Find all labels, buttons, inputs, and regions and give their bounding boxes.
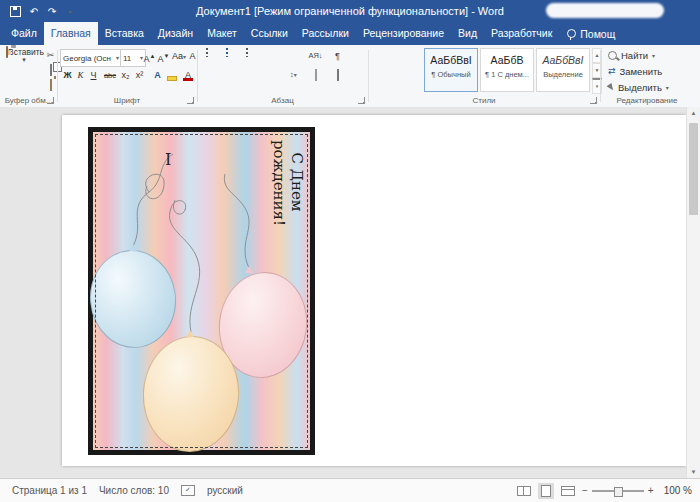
censored-region [546, 3, 664, 18]
shading-button[interactable] [307, 67, 324, 83]
language-indicator[interactable]: русский [207, 485, 243, 496]
select-label: Выделить [618, 82, 662, 93]
tab-view[interactable]: Вид [451, 22, 484, 45]
numbering-button[interactable] [221, 48, 238, 64]
style-normal[interactable]: АаБбВвI ¶ Обычный [424, 48, 478, 92]
chevron-down-icon: ▾ [183, 54, 186, 60]
multilevel-list-button[interactable] [241, 48, 258, 64]
blue-balloon-knot [129, 244, 137, 251]
zoom-slider[interactable] [592, 490, 644, 492]
font-name-value: Georgia (Осн [63, 51, 111, 66]
strikethrough-button[interactable]: abc [102, 68, 118, 83]
highlight-icon [167, 76, 177, 81]
dialog-launcher-icon[interactable] [187, 97, 194, 104]
font-color-button[interactable]: А [181, 68, 195, 83]
card-greeting-text: С Днем рождения! [270, 140, 306, 224]
down-arrow-icon: ↓ [319, 51, 323, 60]
bold-button[interactable]: Ж [61, 68, 74, 83]
page-indicator[interactable]: Страница 1 из 1 [12, 485, 87, 496]
scrollbar-thumb[interactable] [689, 123, 698, 215]
zoom-slider-thumb[interactable] [614, 487, 623, 497]
find-button[interactable]: Найти ▾ [608, 48, 655, 62]
replace-button[interactable]: ⇄ Заменить [608, 64, 662, 78]
birthday-card-image[interactable]: С Днем рождения! I [88, 127, 315, 455]
tab-file[interactable]: Файл [4, 22, 44, 45]
print-layout-button[interactable] [538, 483, 554, 499]
cut-button[interactable]: ✂ [44, 49, 57, 62]
sort-button[interactable]: АЯ↓ [307, 48, 324, 64]
tell-me-help[interactable]: Помощ [559, 22, 623, 45]
zoom-out-button[interactable]: − [582, 485, 588, 496]
tab-design[interactable]: Дизайн [151, 22, 200, 45]
tab-mailings[interactable]: Рассылки [295, 22, 356, 45]
vertical-scrollbar[interactable]: ▲ ▼ [686, 107, 700, 479]
text-cursor: I [165, 150, 171, 169]
tab-review[interactable]: Рецензирование [356, 22, 451, 45]
read-mode-button[interactable] [516, 483, 532, 499]
up-icon: ▲ [150, 53, 156, 59]
web-layout-button[interactable] [560, 483, 576, 499]
replace-label: Заменить [620, 66, 663, 77]
borders-icon [337, 69, 339, 81]
format-painter-button[interactable] [44, 79, 57, 92]
style-name: ¶ 1 С днем... [481, 70, 533, 79]
change-case-button[interactable]: Аа▾ [171, 49, 187, 64]
align-center-button[interactable] [221, 67, 238, 83]
zoom-percentage[interactable]: 100 % [664, 485, 692, 496]
dialog-launcher-icon[interactable] [590, 97, 597, 104]
style-emphasis[interactable]: АаБбВвI Выделение [536, 48, 590, 92]
zoom-in-button[interactable]: + [648, 485, 654, 496]
style-preview: АаБбВвI [425, 54, 477, 66]
paragraph-group-label: Абзац [197, 96, 368, 105]
line-spacing-button[interactable]: ↕▾ [285, 67, 302, 83]
superscript-button[interactable]: x² [133, 68, 146, 83]
borders-button[interactable] [329, 67, 346, 83]
paste-button[interactable]: Вставить ▾ [6, 47, 42, 95]
dialog-launcher-icon[interactable] [47, 97, 54, 104]
tab-references[interactable]: Ссылки [244, 22, 295, 45]
sort-icon: АЯ [308, 51, 318, 60]
chevron-down-icon: ▾ [652, 52, 655, 59]
change-case-icon: Аа [172, 51, 183, 61]
down-icon: ▼ [164, 53, 170, 59]
style-preview: АаБбВ [481, 54, 533, 66]
style-heading[interactable]: АаБбВ ¶ 1 С днем... [480, 48, 534, 92]
underline-button[interactable]: Ч [87, 68, 100, 83]
document-page[interactable]: С Днем рождения! I [62, 115, 686, 466]
editing-group: Найти ▾ ⇄ Заменить Выделить ▾ Редактиров… [600, 45, 694, 107]
titlebar: ↶ ↷ ▾ Документ1 [Режим ограниченной функ… [0, 0, 700, 22]
tab-developer[interactable]: Разработчик [484, 22, 559, 45]
subscript-button[interactable]: x₂ [119, 68, 132, 83]
align-left-button[interactable] [201, 67, 218, 83]
highlight-color-button[interactable] [165, 68, 179, 83]
status-bar: Страница 1 из 1 Число слов: 10 ✓ русский… [0, 478, 700, 502]
styles-group-label: Стили [368, 96, 600, 105]
align-right-button[interactable] [241, 67, 258, 83]
font-name-combobox[interactable]: Georgia (Осн ▾ [60, 49, 122, 67]
word-count[interactable]: Число слов: 10 [99, 485, 169, 496]
dialog-launcher-icon[interactable] [358, 97, 365, 104]
show-paragraph-marks-button[interactable]: ¶ [329, 48, 346, 64]
magnifier-icon [608, 51, 617, 60]
justify-button[interactable] [261, 67, 278, 83]
tab-insert[interactable]: Вставка [98, 22, 151, 45]
increase-indent-button[interactable] [285, 48, 302, 64]
scroll-up-button[interactable]: ▲ [687, 107, 700, 120]
editing-group-label: Редактирование [600, 96, 694, 105]
tab-layout[interactable]: Макет [200, 22, 244, 45]
proofing-status-icon[interactable]: ✓ [181, 485, 195, 496]
select-cursor-icon [607, 82, 616, 91]
chevron-down-icon: ▾ [666, 84, 669, 91]
italic-button[interactable]: К [74, 68, 87, 83]
font-color-bar [183, 78, 193, 81]
grow-font-button[interactable]: А▲ [143, 49, 156, 64]
decrease-indent-button[interactable] [265, 48, 282, 64]
bullets-button[interactable] [201, 48, 218, 64]
style-preview: АаБбВвI [537, 54, 589, 66]
tab-home[interactable]: Главная [44, 22, 98, 45]
styles-group: АаБбВвI ¶ Обычный АаБбВ ¶ 1 С днем... Аа… [368, 45, 600, 107]
select-button[interactable]: Выделить ▾ [608, 80, 669, 94]
style-name: Выделение [537, 70, 589, 79]
text-effects-button[interactable]: А [151, 68, 164, 83]
shrink-font-button[interactable]: А▼ [157, 49, 170, 64]
